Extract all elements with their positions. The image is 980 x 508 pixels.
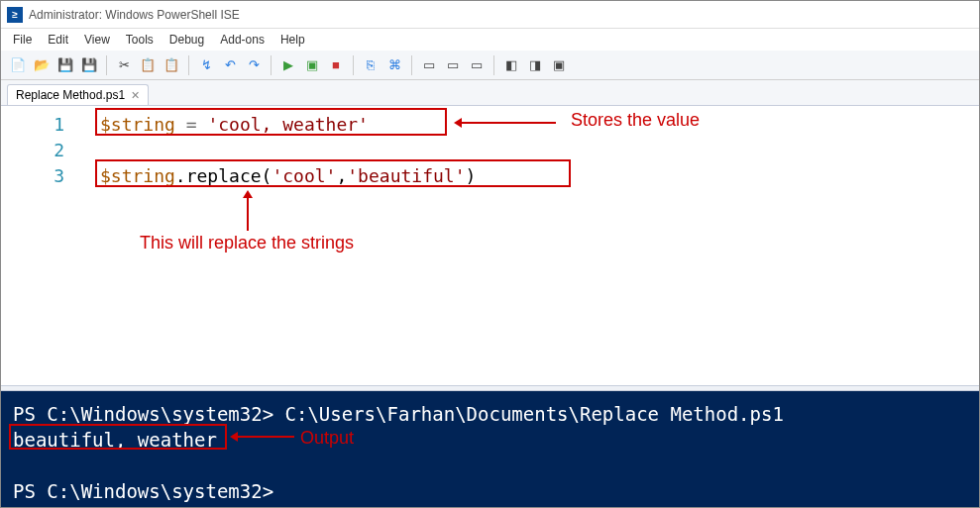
pane2-icon[interactable]: ◨	[524, 54, 546, 76]
gutter: 1 2 3	[1, 106, 80, 189]
copy-icon[interactable]: 📋	[137, 54, 159, 76]
cut-icon[interactable]: ✂	[113, 54, 135, 76]
annotation-text-replace: This will replace the strings	[140, 233, 354, 254]
annotation-box-2	[95, 159, 571, 187]
redo-icon[interactable]: ↷	[243, 54, 265, 76]
annotation-box-1	[95, 108, 447, 136]
annotation-text-output: Output	[300, 425, 354, 451]
tab-label: Replace Method.ps1	[16, 88, 125, 102]
run-icon[interactable]: ▶	[277, 54, 299, 76]
line-number: 2	[1, 138, 80, 163]
run-selection-icon[interactable]: ▣	[301, 54, 323, 76]
annotation-box-output	[9, 424, 227, 450]
remote-icon[interactable]: ⎘	[360, 54, 381, 76]
saveall-icon[interactable]: 💾	[78, 54, 100, 76]
layout1-icon[interactable]: ▭	[418, 54, 440, 76]
new-icon[interactable]: 📄	[7, 54, 29, 76]
toolbar: 📄 📂 💾 💾 ✂ 📋 📋 ↯ ↶ ↷ ▶ ▣ ■ ⎘ ⌘ ▭ ▭ ▭ ◧ ◨ …	[1, 51, 979, 80]
menu-view[interactable]: View	[76, 31, 118, 49]
layout3-icon[interactable]: ▭	[466, 54, 488, 76]
window-title: Administrator: Windows PowerShell ISE	[29, 8, 240, 22]
pane1-icon[interactable]: ◧	[500, 54, 522, 76]
console[interactable]: PS C:\Windows\system32> C:\Users\Farhan\…	[1, 391, 979, 507]
app-icon: ≥	[7, 7, 23, 23]
undo-icon[interactable]: ↶	[219, 54, 241, 76]
layout2-icon[interactable]: ▭	[442, 54, 464, 76]
line-number: 1	[1, 112, 80, 138]
powershell-icon[interactable]: ⌘	[383, 54, 405, 76]
line-number: 3	[1, 163, 80, 189]
clear-icon[interactable]: ↯	[195, 54, 217, 76]
annotation-text-stores: Stores the value	[571, 110, 700, 131]
paste-icon[interactable]: 📋	[161, 54, 182, 76]
annotation-arrow-2	[247, 193, 249, 231]
save-icon[interactable]: 💾	[54, 54, 76, 76]
console-line-4: PS C:\Windows\system32>	[13, 478, 967, 504]
titlebar: ≥ Administrator: Windows PowerShell ISE	[1, 1, 979, 29]
annotation-arrow-1	[457, 122, 556, 124]
pane3-icon[interactable]: ▣	[548, 54, 570, 76]
tab-file[interactable]: Replace Method.ps1 ✕	[7, 84, 149, 105]
open-icon[interactable]: 📂	[31, 54, 53, 76]
menu-debug[interactable]: Debug	[162, 31, 212, 49]
menu-help[interactable]: Help	[272, 31, 313, 49]
menu-file[interactable]: File	[5, 31, 40, 49]
console-line-3	[13, 453, 967, 478]
close-icon[interactable]: ✕	[131, 89, 140, 102]
menu-edit[interactable]: Edit	[40, 31, 76, 49]
annotation-arrow-output	[233, 436, 294, 438]
menu-tools[interactable]: Tools	[118, 31, 162, 49]
editor[interactable]: 1 2 3 $string = 'cool, weather' $string.…	[1, 106, 979, 385]
menu-addons[interactable]: Add-ons	[212, 31, 272, 49]
menubar: File Edit View Tools Debug Add-ons Help	[1, 29, 979, 51]
tabbar: Replace Method.ps1 ✕	[1, 80, 979, 106]
stop-icon[interactable]: ■	[325, 54, 347, 76]
